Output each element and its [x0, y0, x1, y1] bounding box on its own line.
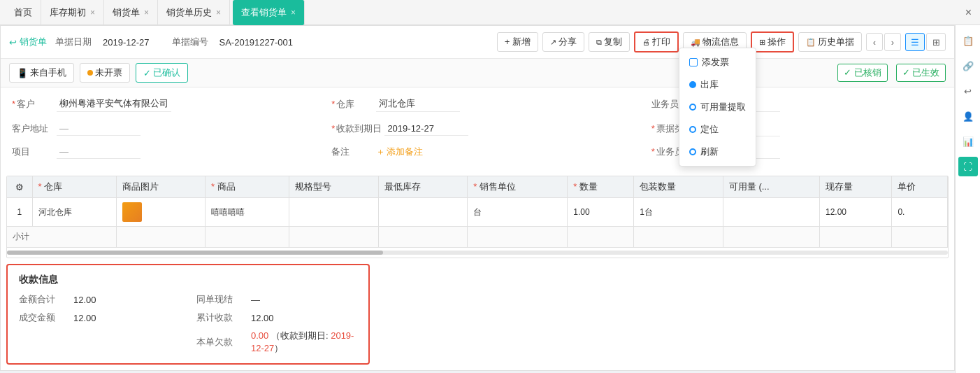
tab-view-sales[interactable]: 查看销货单 × [233, 0, 305, 25]
scrollbar-thumb[interactable] [7, 251, 383, 255]
history-button[interactable]: 📋 历史单据 [798, 32, 862, 52]
dropdown-item-outbound[interactable]: 出库 [679, 73, 756, 96]
not-open-button[interactable]: 未开票 [80, 63, 130, 83]
main-close-button[interactable]: × [965, 6, 972, 19]
tab-close-inventory[interactable]: × [90, 8, 95, 17]
copy-icon: ⧉ [596, 38, 602, 47]
tab-bar: 首页 库存期初 × 销货单 × 销货单历史 × 查看销货单 × × [0, 0, 980, 25]
add-note-button[interactable]: ＋ 添加备注 [376, 146, 423, 158]
col-product: * 商品 [206, 176, 289, 198]
product-image [122, 202, 142, 222]
row-quantity: 1.00 [568, 198, 634, 227]
tab-sales-history[interactable]: 销货单历史 × [158, 0, 230, 25]
check-icon: ✓ [143, 68, 151, 78]
tab-close-sales[interactable]: × [144, 8, 149, 17]
next-button[interactable]: › [884, 33, 901, 51]
project-value: — [57, 145, 140, 159]
sidebar-return-icon[interactable]: ↩ [958, 81, 978, 101]
form-row-1: 客户 柳州粤港平安气体有限公司 仓库 河北仓库 业务员 演示账号 [12, 96, 943, 112]
sidebar-link-icon[interactable]: 🔗 [958, 56, 978, 76]
form-row-3: 项目 — 备注 ＋ 添加备注 业务员孟 — [12, 145, 943, 159]
action-icon: ⊞ [759, 38, 765, 47]
copy-button[interactable]: ⧉ 复制 [589, 32, 630, 52]
subtotal-row: 小计 [7, 227, 948, 248]
row-no: 1 [7, 198, 32, 227]
tab-close-history[interactable]: × [216, 8, 221, 17]
customer-label: 客户 [12, 98, 54, 111]
print-icon: 🖨 [642, 38, 650, 46]
note-label: 备注 [331, 146, 373, 158]
tab-sales-order[interactable]: 销货单 × [104, 0, 158, 25]
print-button[interactable]: 🖨 打印 [634, 31, 679, 52]
sidebar-user-icon[interactable]: 👤 [958, 106, 978, 126]
col-spec: 规格型号 [289, 176, 379, 198]
row-available [723, 198, 819, 227]
cumulative-label: 累计收款 [196, 311, 245, 324]
field-warehouse: 仓库 河北仓库 [331, 96, 623, 112]
subtotal-quantity [568, 227, 634, 248]
sidebar-chart-icon[interactable]: 📊 [958, 132, 978, 151]
payment-row-outstanding: 本单欠款 0.00 （收款到期日: 2019-12-27） [196, 330, 357, 355]
tab-home[interactable]: 首页 [6, 0, 41, 25]
row-unit: 台 [468, 198, 568, 227]
sales-order-icon: ↩ [9, 37, 17, 48]
product-table: ⚙ * 仓库 商品图片 * 商品 规格型号 最低库存 * 销售单位 * 数量 包… [7, 176, 948, 248]
address-value[interactable]: — [57, 122, 140, 136]
from-phone-button[interactable]: 📱 来自手机 [9, 63, 74, 83]
subtotal-spec [289, 227, 379, 248]
outbound-radio[interactable] [689, 81, 696, 88]
share-button[interactable]: ↗ 分享 [542, 32, 584, 52]
settings-icon[interactable]: ⚙ [15, 182, 24, 192]
row-min-stock [378, 198, 468, 227]
prev-button[interactable]: ‹ [866, 33, 883, 51]
add-button[interactable]: + 新增 [497, 32, 538, 52]
table-scrollbar[interactable] [7, 251, 948, 255]
phone-icon: 📱 [17, 68, 28, 78]
field-address: 客户地址 — [12, 122, 303, 136]
available-radio[interactable] [689, 104, 696, 111]
list-view-button[interactable]: ☰ [905, 33, 925, 51]
payment-title: 收款信息 [19, 274, 357, 286]
grid-view-button[interactable]: ⊞ [926, 33, 946, 51]
sidebar-copy-icon[interactable]: 📋 [958, 31, 978, 50]
field-payment-date: 收款到期日 2019-12-27 [331, 122, 623, 136]
dropdown-item-add-invoice[interactable]: 添发票 [679, 51, 756, 73]
field-project: 项目 — [12, 145, 303, 159]
action-button[interactable]: ⊞ 操作 [751, 31, 794, 52]
payment-row-transaction: 成交金额 12.00 [19, 311, 180, 324]
col-price: 单价 [892, 176, 948, 198]
second-toolbar: 📱 来自手机 未开票 ✓ 已确认 ✓ 已核销 ✓ 已生效 [1, 59, 954, 87]
customer-value[interactable]: 柳州粤港平安气体有限公司 [57, 96, 171, 112]
address-label: 客户地址 [12, 122, 54, 135]
dropdown-item-refresh[interactable]: 刷新 [679, 141, 756, 163]
tab-close-view-sales[interactable]: × [291, 8, 296, 17]
dropdown-item-locate[interactable]: 定位 [679, 118, 756, 141]
tab-inventory-init[interactable]: 库存期初 × [41, 0, 104, 25]
number-value: SA-20191227-001 [219, 37, 294, 48]
payment-section: 收款信息 金额合计 12.00 同单现结 — 成交金额 12.00 累计收款 1… [6, 264, 370, 365]
add-invoice-checkbox[interactable] [689, 58, 698, 66]
doc-type-badge: ↩ 销货单 [9, 36, 47, 48]
table-row: 1 河北仓库 嘻嘻嘻嘻 台 1.00 1台 12.00 0. [7, 198, 948, 227]
sidebar-expand-icon[interactable]: ⛶ [958, 157, 978, 176]
warehouse-value[interactable]: 河北仓库 [376, 96, 460, 112]
outstanding-label: 本单欠款 [196, 336, 245, 349]
nav-arrows: ‹ › [866, 33, 901, 51]
confirmed-button[interactable]: ✓ 已确认 [136, 63, 188, 83]
row-warehouse: 河北仓库 [32, 198, 116, 227]
locate-radio[interactable] [689, 126, 696, 133]
field-note: 备注 ＋ 添加备注 [331, 146, 623, 158]
project-label: 项目 [12, 146, 54, 158]
form-area: 客户 柳州粤港平安气体有限公司 仓库 河北仓库 业务员 演示账号 客户地址 — … [1, 87, 954, 176]
status-icon2: ✓ [902, 67, 910, 78]
payment-date-value[interactable]: 2019-12-27 [384, 122, 468, 136]
col-unit: * 销售单位 [468, 176, 568, 198]
doc-type-label: 销货单 [20, 36, 47, 48]
status-sold-off-badge[interactable]: ✓ 已核销 [837, 64, 887, 82]
payment-grid: 金额合计 12.00 同单现结 — 成交金额 12.00 累计收款 12.00 … [19, 293, 357, 355]
refresh-radio[interactable] [689, 148, 696, 155]
status-effective-badge[interactable]: ✓ 已生效 [896, 64, 946, 82]
same-settle-label: 同单现结 [196, 293, 245, 306]
col-min-stock: 最低库存 [378, 176, 468, 198]
dropdown-item-available[interactable]: 可用量提取 [679, 96, 756, 118]
